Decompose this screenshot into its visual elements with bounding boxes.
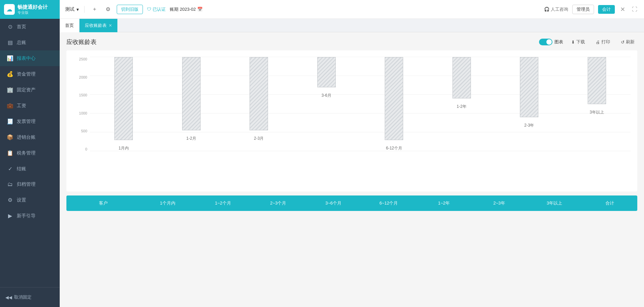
bar-chart: 2500 2000 1500 1000 500 0 [73, 57, 631, 165]
close-window-button[interactable]: ✕ [619, 4, 627, 14]
sidebar-item-archive[interactable]: 🗂 归档管理 [0, 177, 60, 192]
logo-name: 畅捷通好会计 [17, 4, 48, 10]
y-label-2: 1000 [79, 111, 87, 115]
checkout-icon: ✓ [7, 166, 13, 172]
sidebar-item-assets[interactable]: 🏢 固定资产 [0, 82, 60, 98]
settings-icon: ⚙ [7, 197, 13, 203]
sidebar-nav: ⊙ 首页 ▤ 总账 📊 报表中心 💰 资金管理 🏢 固定资产 💼 工资 🧾 发票… [0, 19, 60, 287]
x-label-2-3month: 2-3月 [254, 133, 264, 151]
th-customer: 客户 [66, 195, 140, 211]
tab-close-icon[interactable]: ✕ [109, 23, 112, 28]
bar-1-2month [182, 57, 201, 130]
sidebar-item-home[interactable]: ⊙ 首页 [0, 19, 60, 35]
x-label-1-2year: 1-2年 [457, 101, 467, 151]
sidebar-item-capital[interactable]: 💰 资金管理 [0, 66, 60, 82]
bar-2-3month [250, 57, 268, 130]
refresh-button[interactable]: ↺ 刷新 [618, 38, 637, 46]
home-icon: ⊙ [7, 24, 13, 30]
tab-aging[interactable]: 应收账龄表 ✕ [79, 19, 117, 32]
assets-icon: 🏢 [7, 87, 13, 93]
salary-icon: 💼 [7, 102, 13, 109]
tab-home[interactable]: 首页 [60, 19, 79, 32]
bar-group-1-2month: 1-2月 [158, 57, 225, 151]
page-title: 应收账龄表 [66, 38, 97, 46]
pin-icon: ◀◀ [5, 295, 12, 300]
sidebar-item-settings[interactable]: ⚙ 设置 [0, 192, 60, 208]
th-1month: 1个月内 [140, 195, 196, 211]
sidebar-item-label: 结账 [17, 166, 26, 172]
add-button[interactable]: ＋ [90, 5, 99, 14]
report-icon: 📊 [7, 55, 13, 61]
bar-1month [114, 57, 133, 140]
sidebar-item-label: 总账 [17, 40, 26, 46]
bar-1-2year [452, 57, 471, 98]
th-6-12month: 6~12个月 [361, 195, 416, 211]
refresh-icon: ↺ [621, 40, 625, 45]
company-selector[interactable]: 测试 ▾ [65, 6, 79, 12]
sidebar-item-report[interactable]: 📊 报表中心 [0, 50, 60, 66]
bars-wrapper: 1月内 1-2月 2-3月 [90, 57, 631, 151]
role-button[interactable]: 会计 [598, 5, 615, 14]
th-1-2year: 1~2年 [416, 195, 472, 211]
th-3-6month: 3~6个月 [306, 195, 361, 211]
y-label-1: 500 [81, 129, 87, 133]
download-button[interactable]: ⬇ 下载 [569, 38, 588, 46]
x-label-1month: 1月内 [118, 143, 129, 151]
bar-3-6month [317, 57, 336, 87]
header-divider-1 [84, 6, 85, 13]
settings-gear-icon[interactable]: ⚙ [103, 5, 113, 14]
th-total: 合计 [582, 195, 637, 211]
bar-6-12month [385, 57, 403, 140]
logo-icon: ☁ [4, 4, 15, 15]
x-label-2-3year: 2-3年 [524, 120, 534, 151]
sidebar-item-guide[interactable]: ▶ 新手引导 [0, 208, 60, 224]
sidebar-item-label: 首页 [17, 24, 26, 30]
sidebar-item-label: 归档管理 [17, 181, 36, 187]
th-2-3month: 2~3个月 [251, 195, 306, 211]
print-button[interactable]: 🖨 打印 [593, 38, 613, 46]
guide-icon: ▶ [7, 213, 13, 219]
th-3plus-year: 3年以上 [527, 195, 582, 211]
logo-sub: 专业版 [17, 10, 48, 15]
bar-group-1-2year: 1-2年 [428, 57, 496, 151]
th-1-2month: 1~2个月 [195, 195, 251, 211]
sidebar-item-ledger[interactable]: ▤ 总账 [0, 35, 60, 50]
calendar-icon[interactable]: 📅 [197, 7, 203, 12]
sidebar-item-tax[interactable]: 📋 税务管理 [0, 145, 60, 161]
bar-group-2-3month: 2-3月 [225, 57, 293, 151]
chart-toggle: 图表 [539, 39, 563, 45]
x-label-1-2month: 1-2月 [186, 133, 196, 151]
tabs-bar: 首页 应收账龄表 ✕ [60, 19, 644, 32]
sidebar-item-checkout[interactable]: ✓ 结账 [0, 161, 60, 177]
switch-version-button[interactable]: 切到旧版 [117, 5, 143, 14]
print-icon: 🖨 [596, 40, 600, 45]
header-right: 🎧 人工咨询 管理员 会计 [544, 5, 615, 14]
table-container: 客户 1个月内 1~2个月 2~3个月 3~6个月 6~12个月 1~2年 2~… [66, 195, 637, 211]
ledger-icon: ▤ [7, 39, 13, 46]
th-2-3year: 2~3年 [472, 195, 527, 211]
y-label-0: 0 [85, 147, 87, 151]
expand-button[interactable]: ⛶ [631, 5, 639, 14]
bar-3plus-year [588, 57, 606, 104]
x-label-6-12month: 6-12个月 [386, 143, 402, 151]
archive-icon: 🗂 [7, 181, 13, 187]
y-axis: 2500 2000 1500 1000 500 0 [73, 57, 90, 151]
consult-button[interactable]: 🎧 人工咨询 [544, 6, 568, 12]
shield-icon: 🛡 [147, 7, 151, 12]
tab-home-label: 首页 [65, 23, 74, 29]
bar-2-3year [520, 57, 538, 117]
page-actions: 图表 ⬇ 下载 🖨 打印 ↺ 刷新 [539, 38, 637, 46]
header: 测试 ▾ ＋ ⚙ 切到旧版 🛡 已认证 账期 2023-02 📅 🎧 人工咨询 … [60, 0, 644, 19]
chart-toggle-switch[interactable] [539, 39, 552, 45]
sidebar-item-trade[interactable]: 📦 进销台账 [0, 129, 60, 145]
sidebar-item-invoice[interactable]: 🧾 发票管理 [0, 114, 60, 129]
page-header: 应收账龄表 图表 ⬇ 下载 🖨 打印 ↺ 刷新 [66, 38, 637, 46]
page-content: 应收账龄表 图表 ⬇ 下载 🖨 打印 ↺ 刷新 [60, 32, 644, 307]
x-label-3-6month: 3-6月 [322, 90, 331, 151]
invoice-icon: 🧾 [7, 118, 13, 125]
certified-badge: 🛡 已认证 [147, 6, 166, 12]
sidebar-item-salary[interactable]: 💼 工资 [0, 98, 60, 114]
tab-aging-label: 应收账龄表 [85, 23, 107, 29]
cancel-fixed-button[interactable]: ◀◀ 取消固定 [0, 291, 60, 304]
user-button[interactable]: 管理员 [572, 5, 594, 14]
